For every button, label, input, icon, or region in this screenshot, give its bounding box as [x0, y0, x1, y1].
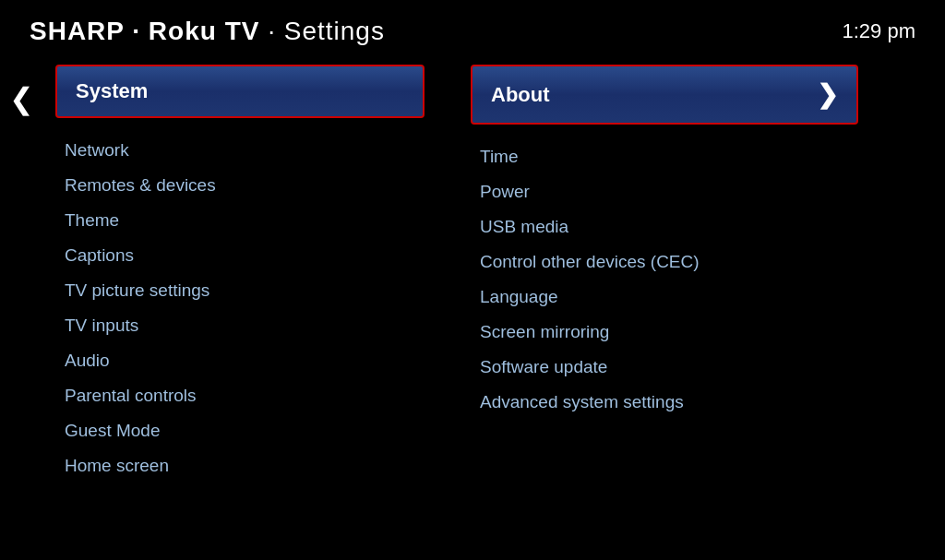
header-title: SHARP · Roku TV · Settings: [30, 17, 385, 46]
left-menu-item[interactable]: Theme: [65, 203, 452, 238]
left-menu-item[interactable]: Guest Mode: [65, 413, 452, 448]
left-arrow-button[interactable]: ❮: [9, 81, 34, 116]
header: SHARP · Roku TV · Settings 1:29 pm: [0, 0, 945, 55]
settings-label: Settings: [284, 17, 385, 45]
right-arrow-button[interactable]: ❯: [817, 79, 838, 110]
right-menu-list: TimePowerUSB mediaControl other devices …: [471, 139, 904, 420]
left-menu-item[interactable]: Remotes & devices: [65, 168, 452, 203]
right-menu-item[interactable]: Time: [480, 139, 904, 174]
left-menu-item[interactable]: Network: [65, 133, 452, 168]
brand-name: SHARP · Roku TV: [30, 17, 259, 45]
clock-display: 1:29 pm: [843, 19, 916, 43]
left-menu-list: NetworkRemotes & devicesThemeCaptionsTV …: [55, 133, 452, 483]
right-menu-item[interactable]: Screen mirroring: [480, 315, 904, 350]
main-content: ❮ System NetworkRemotes & devicesThemeCa…: [0, 65, 945, 483]
right-menu-item[interactable]: Advanced system settings: [480, 385, 904, 420]
right-menu-item[interactable]: Control other devices (CEC): [480, 244, 904, 280]
right-column: About ❯ TimePowerUSB mediaControl other …: [452, 65, 904, 483]
left-menu-item[interactable]: TV picture settings: [65, 273, 452, 308]
left-menu-item[interactable]: Home screen: [65, 448, 452, 483]
left-menu-item[interactable]: Parental controls: [65, 378, 452, 413]
right-menu-item[interactable]: Power: [480, 174, 904, 209]
left-menu-item[interactable]: Audio: [65, 343, 452, 378]
system-selected-item[interactable]: System: [55, 65, 425, 118]
about-selected-item[interactable]: About ❯: [471, 65, 858, 125]
left-column: ❮ System NetworkRemotes & devicesThemeCa…: [0, 65, 452, 483]
right-menu-item[interactable]: Software update: [480, 350, 904, 385]
about-label: About: [491, 83, 550, 107]
header-separator: ·: [259, 17, 283, 45]
left-menu-item[interactable]: TV inputs: [65, 308, 452, 343]
right-menu-item[interactable]: USB media: [480, 209, 904, 244]
left-menu-item[interactable]: Captions: [65, 238, 452, 273]
right-menu-item[interactable]: Language: [480, 280, 904, 315]
